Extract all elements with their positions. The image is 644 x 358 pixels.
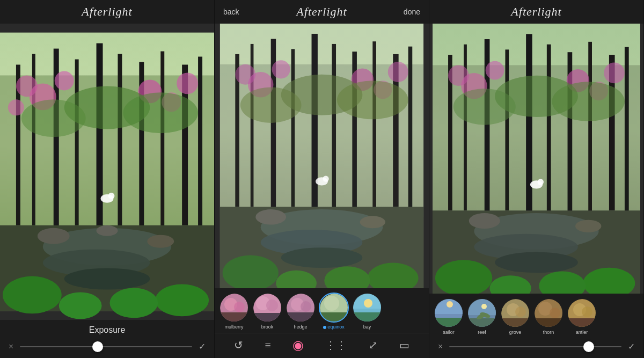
filter-thumb-sailor[interactable] xyxy=(434,298,464,328)
svg-point-32 xyxy=(109,288,158,318)
filter-item-antler[interactable]: antler xyxy=(567,298,597,335)
filter-label-sailor: sailor xyxy=(443,330,455,335)
filter-item-mulberry[interactable]: mulberry xyxy=(219,293,249,330)
color-wheel-icon[interactable]: ◉ xyxy=(292,338,304,353)
panel2-bottom-controls: mulberry brook xyxy=(215,288,429,358)
svg-rect-7 xyxy=(118,54,122,236)
cancel-icon-3[interactable]: × xyxy=(438,342,443,352)
panel1-bottom-controls: Exposure × ✓ xyxy=(0,320,214,358)
filter-thumb-mulberry[interactable] xyxy=(219,293,249,323)
svg-rect-98 xyxy=(625,47,629,218)
svg-rect-44 xyxy=(372,41,376,224)
panel2-header: back Afterlight done xyxy=(215,0,429,24)
grain-icon[interactable]: ⋮⋮ xyxy=(325,339,347,352)
filter-item-bay[interactable]: bay xyxy=(352,293,382,330)
svg-rect-127 xyxy=(468,318,497,328)
forest-image-2 xyxy=(215,24,429,288)
filter-label-bay: bay xyxy=(363,324,371,330)
app-title-1: Afterlight xyxy=(82,5,132,19)
filter-list-3: sailor reef xyxy=(429,294,643,338)
filter-thumb-hedge[interactable] xyxy=(286,293,316,323)
svg-point-27 xyxy=(147,235,174,248)
svg-rect-41 xyxy=(312,34,318,227)
filter-item-thorn[interactable]: thorn xyxy=(533,298,564,335)
filter-label-grove: grove xyxy=(509,330,522,335)
svg-rect-82 xyxy=(320,312,349,323)
filter-thumb-grove[interactable] xyxy=(500,298,530,328)
svg-point-21 xyxy=(123,92,198,133)
filter-slider-thumb[interactable] xyxy=(583,341,594,352)
filter-label-hedge: hedge xyxy=(294,324,307,330)
svg-rect-92 xyxy=(505,49,509,210)
panel1-header: Afterlight xyxy=(0,0,214,24)
svg-point-48 xyxy=(235,64,255,85)
photo-area-3 xyxy=(429,24,643,294)
svg-point-61 xyxy=(360,216,385,228)
filter-thumb-bay[interactable] xyxy=(352,293,382,323)
filter-label-thorn: thorn xyxy=(543,330,554,335)
svg-point-25 xyxy=(64,268,150,290)
filter-item-hedge[interactable]: hedge xyxy=(286,293,316,330)
svg-point-59 xyxy=(281,247,363,268)
svg-rect-123 xyxy=(435,318,464,328)
frame-icon[interactable]: ▭ xyxy=(399,339,409,352)
svg-rect-133 xyxy=(501,318,530,328)
filter-thumb-antler[interactable] xyxy=(567,298,597,328)
confirm-icon-3[interactable]: ✓ xyxy=(628,341,635,352)
panel-more-filters: Afterlight xyxy=(429,0,644,358)
confirm-icon[interactable]: ✓ xyxy=(199,341,206,352)
app-title-2: Afterlight xyxy=(296,5,347,19)
svg-point-78 xyxy=(301,301,311,312)
svg-point-74 xyxy=(266,299,278,311)
rotate-icon[interactable]: ↺ xyxy=(234,339,243,352)
filter-thumb-thorn[interactable] xyxy=(533,298,564,328)
svg-point-140 xyxy=(582,306,592,317)
slider-row: × ✓ xyxy=(0,338,214,358)
adjust-icon[interactable]: ≡ xyxy=(265,339,270,352)
panel-filters: back Afterlight done xyxy=(215,0,429,358)
svg-point-104 xyxy=(604,63,625,84)
back-button[interactable]: back xyxy=(223,8,239,16)
svg-point-132 xyxy=(515,306,526,317)
svg-point-17 xyxy=(177,72,198,94)
svg-point-70 xyxy=(234,302,245,312)
filter-slider-track[interactable] xyxy=(449,346,621,347)
svg-point-101 xyxy=(486,61,504,80)
svg-rect-93 xyxy=(526,34,532,231)
exposure-slider-thumb[interactable] xyxy=(92,341,103,352)
filter-item-grove[interactable]: grove xyxy=(500,298,530,335)
panel3-bottom-controls: sailor reef xyxy=(429,294,643,358)
svg-point-54 xyxy=(240,87,302,123)
svg-point-34 xyxy=(108,193,114,199)
toolbar-row: ↺ ≡ ◉ ⋮⋮ ⤢ ▭ xyxy=(215,333,429,358)
svg-point-13 xyxy=(16,75,38,97)
svg-rect-42 xyxy=(332,44,336,217)
crop-icon[interactable]: ⤢ xyxy=(369,339,378,352)
filter-item-reef[interactable]: reef xyxy=(467,298,497,335)
filter-thumb-equinox[interactable] xyxy=(319,293,349,323)
svg-point-52 xyxy=(388,62,408,82)
svg-point-14 xyxy=(55,71,74,90)
filter-label-equinox: equinox xyxy=(323,324,345,330)
filter-label-antler: antler xyxy=(576,330,588,335)
svg-rect-96 xyxy=(588,42,592,229)
filter-item-equinox[interactable]: equinox xyxy=(319,293,349,330)
photo-area-2 xyxy=(215,24,429,288)
svg-point-55 xyxy=(337,81,408,119)
filter-item-brook[interactable]: brook xyxy=(252,293,282,330)
svg-point-20 xyxy=(21,99,86,137)
forest-image-3 xyxy=(429,24,643,294)
filter-thumb-brook[interactable] xyxy=(252,293,282,323)
svg-point-100 xyxy=(448,65,469,86)
exposure-slider-track[interactable] xyxy=(20,346,192,347)
svg-point-49 xyxy=(272,60,290,78)
panel-exposure: Afterlight xyxy=(0,0,215,358)
svg-point-136 xyxy=(550,308,560,318)
svg-rect-79 xyxy=(287,312,316,323)
cancel-icon[interactable]: × xyxy=(9,342,13,352)
filter-item-sailor[interactable]: sailor xyxy=(434,298,464,335)
filter-thumb-reef[interactable] xyxy=(467,298,497,328)
done-button[interactable]: done xyxy=(404,8,420,16)
svg-rect-11 xyxy=(198,57,202,233)
photo-area-1 xyxy=(0,24,214,320)
